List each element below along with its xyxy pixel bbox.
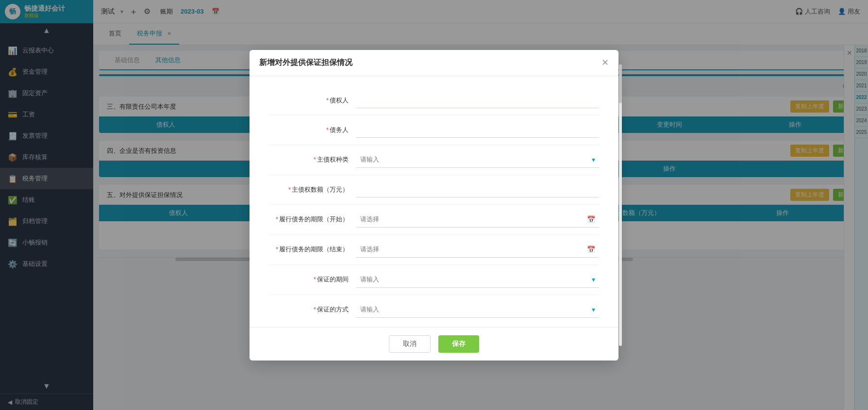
form-row-period-start: *履行债务的期限（开始） 📅	[269, 205, 599, 235]
input-debtor[interactable]	[356, 122, 599, 138]
label-period-end: *履行债务的期限（结束）	[269, 245, 356, 254]
modal-close-btn[interactable]: ✕	[601, 58, 609, 67]
form-row-guarantee-period: *保证的期间 ▾	[269, 265, 599, 295]
label-claim-amount: *主债权数额（万元）	[269, 185, 356, 194]
modal-scrollbar[interactable]	[618, 65, 622, 346]
form-row-creditor: *债权人	[269, 86, 599, 115]
date-period-end-wrap: 📅	[356, 242, 599, 258]
input-claim-amount[interactable]	[356, 182, 599, 197]
modal-header: 新增对外提供保证担保情况 ✕	[250, 50, 618, 76]
cancel-button[interactable]: 取消	[389, 335, 431, 353]
required-mark-end: *	[276, 246, 278, 253]
select-claim-type-wrap: ▾	[356, 152, 599, 168]
select-guarantee-method-wrap: ▾	[356, 302, 599, 318]
chevron-down-icon-gmethod[interactable]: ▾	[592, 306, 599, 313]
required-mark-start: *	[276, 215, 278, 223]
select-guarantee-period-wrap: ▾	[356, 272, 599, 288]
required-mark-gperiod: *	[314, 276, 316, 283]
date-period-start-wrap: 📅	[356, 212, 599, 228]
required-mark-gmethod: *	[314, 306, 316, 313]
modal-title: 新增对外提供保证担保情况	[259, 58, 352, 68]
chevron-down-icon-claim-type[interactable]: ▾	[592, 156, 599, 164]
date-period-end[interactable]	[356, 242, 587, 257]
save-button[interactable]: 保存	[438, 335, 479, 353]
chevron-down-icon-gperiod[interactable]: ▾	[592, 276, 599, 283]
label-claim-type: *主债权种类	[269, 155, 356, 164]
select-claim-type[interactable]	[356, 152, 592, 167]
label-period-start: *履行债务的期限（开始）	[269, 215, 356, 224]
modal-body: *债权人 *债务人 *主债权种类 ▾	[250, 76, 618, 327]
select-guarantee-period[interactable]	[356, 272, 592, 287]
modal-dialog: 新增对外提供保证担保情况 ✕ *债权人 *债务人 *主	[250, 50, 618, 361]
label-guarantee-method: *保证的方式	[269, 305, 356, 314]
required-mark-debtor: *	[326, 126, 329, 133]
date-period-start[interactable]	[356, 212, 587, 227]
input-creditor[interactable]	[356, 93, 599, 108]
label-guarantee-period: *保证的期间	[269, 275, 356, 284]
required-mark: *	[326, 97, 329, 104]
required-mark-claim-type: *	[314, 156, 316, 163]
modal-footer: 取消 保存	[250, 327, 618, 361]
form-row-claim-amount: *主债权数额（万元）	[269, 175, 599, 205]
form-row-guarantee-method: *保证的方式 ▾	[269, 295, 599, 325]
label-creditor: *债权人	[269, 96, 356, 105]
modal-overlay: 新增对外提供保证担保情况 ✕ *债权人 *债务人 *主	[0, 0, 868, 410]
select-guarantee-method[interactable]	[356, 302, 592, 317]
calendar-icon-start[interactable]: 📅	[587, 215, 599, 223]
form-row-debtor: *债务人	[269, 115, 599, 145]
form-row-claim-type: *主债权种类 ▾	[269, 145, 599, 175]
label-debtor: *债务人	[269, 126, 356, 134]
form-row-period-end: *履行债务的期限（结束） 📅	[269, 235, 599, 265]
calendar-icon-end[interactable]: 📅	[587, 246, 599, 253]
required-mark-amount: *	[288, 186, 291, 193]
